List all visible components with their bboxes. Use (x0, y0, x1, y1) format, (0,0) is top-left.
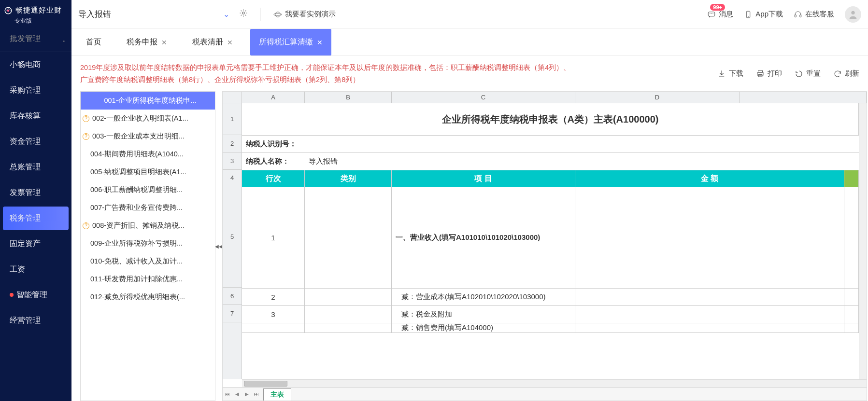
sidebar-item-8[interactable]: 固定资产 (0, 231, 71, 257)
header-cell-amount[interactable]: 金 额 (575, 170, 844, 187)
collapse-handle[interactable]: ◀◀ (215, 91, 222, 401)
form-item-010[interactable]: 010-免税、减计收入及加计... (81, 252, 215, 270)
horizontal-scrollbar[interactable] (242, 379, 867, 387)
sheet-tab-main[interactable]: 主表 (263, 388, 291, 401)
form-item-002[interactable]: ?002-一般企业收入明细表(A1... (81, 110, 215, 127)
sidebar-item-6[interactable]: 发票管理 (0, 180, 71, 206)
cell-b7[interactable] (305, 306, 392, 323)
cell-b6[interactable] (305, 289, 392, 305)
download-button[interactable]: 下载 (717, 69, 743, 78)
sidebar-item-10[interactable]: 智能管理 (0, 282, 71, 308)
sheet-corner[interactable] (223, 92, 242, 103)
cell-d5[interactable] (575, 187, 844, 288)
sidebar-item-3[interactable]: 库存核算 (0, 103, 71, 129)
header-cell-hx[interactable]: 行次 (242, 170, 305, 187)
form-item-004[interactable]: 004-期间费用明细表(A1040... (81, 145, 215, 163)
close-icon[interactable]: ✕ (317, 39, 323, 46)
reset-button[interactable]: 重置 (795, 69, 821, 78)
form-item-012[interactable]: 012-减免所得税优惠明细表(... (81, 288, 215, 306)
cell-a3[interactable]: 纳税人名称： (242, 153, 305, 170)
spreadsheet: A B C D 1 2 3 4 5 6 7 (222, 91, 867, 401)
form-item-001[interactable]: 001-企业所得税年度纳税申... (81, 92, 215, 110)
sheet-nav-next[interactable]: ▶ (242, 391, 252, 397)
sidebar-item-1[interactable]: 小畅电商 (0, 52, 71, 78)
col-header-c[interactable]: C (392, 92, 575, 103)
header-cell-category[interactable]: 类别 (305, 170, 392, 187)
row-header-1[interactable]: 1 (223, 103, 242, 135)
col-header-a[interactable]: A (242, 92, 305, 103)
cell-b5[interactable] (305, 187, 392, 288)
cell-a5[interactable]: 1 (242, 187, 305, 288)
form-item-009[interactable]: 009-企业所得税弥补亏损明... (81, 235, 215, 252)
brand: 畅捷通好业财 (0, 0, 71, 17)
tab-tax-declare[interactable]: 税务申报✕ (119, 32, 175, 52)
chevron-down-icon[interactable]: ⌄ (223, 10, 229, 19)
row-header-4[interactable]: 4 (223, 170, 242, 186)
customer-service-button[interactable]: 在线客服 (794, 10, 834, 19)
avatar[interactable] (845, 6, 861, 23)
vertical-scrollbar[interactable] (859, 103, 867, 379)
cell-e7[interactable] (844, 306, 859, 323)
workspace-name[interactable]: 导入报错 (78, 9, 213, 20)
form-item-005[interactable]: 005-纳税调整项目明细表(A1... (81, 163, 215, 181)
cell-c7[interactable]: 减：税金及附加 (392, 306, 575, 323)
cell-b3[interactable]: 导入报错 (305, 153, 859, 170)
demo-link[interactable]: 我要看实例演示 (273, 10, 336, 19)
cell-a7[interactable]: 3 (242, 306, 305, 323)
header-cell-project[interactable]: 项 目 (392, 170, 575, 187)
message-button[interactable]: 99+ 消息 (707, 10, 733, 19)
sheet-nav-last[interactable]: ⏭ (252, 391, 261, 397)
svg-point-1 (7, 9, 10, 12)
svg-point-7 (748, 16, 749, 17)
form-item-003[interactable]: ?003-一般企业成本支出明细... (81, 127, 215, 145)
sheet-nav-prev[interactable]: ◀ (232, 391, 242, 397)
cell-c5[interactable]: 一、营业收入(填写A101010\101020\103000) (392, 187, 575, 288)
tab-tax-book[interactable]: 税表清册✕ (185, 32, 241, 52)
cell-c6[interactable]: 减：营业成本(填写A102010\102020\103000) (392, 289, 575, 305)
cell-e8[interactable] (844, 323, 859, 332)
sheet-nav-first[interactable]: ⏮ (223, 391, 232, 397)
form-item-006[interactable]: 006-职工薪酬纳税调整明细... (81, 181, 215, 199)
cell-a8[interactable] (242, 323, 305, 332)
app-download-button[interactable]: App下载 (744, 10, 783, 19)
sheet-title[interactable]: 企业所得税年度纳税申报表（A类）主表(A100000) (242, 103, 859, 135)
sidebar-item-11[interactable]: 经营管理 (0, 308, 71, 333)
sidebar-item-5[interactable]: 总账管理 (0, 154, 71, 180)
hot-dot-icon (10, 293, 14, 297)
gear-icon[interactable] (239, 9, 248, 20)
print-button[interactable]: 打印 (756, 69, 782, 78)
sidebar-item-7[interactable]: 税务管理 (3, 207, 69, 230)
cell-d6[interactable] (575, 289, 844, 305)
row-header-3[interactable]: 3 (223, 152, 242, 170)
form-item-011[interactable]: 011-研发费用加计扣除优惠... (81, 270, 215, 288)
cell-d8[interactable] (575, 323, 844, 332)
close-icon[interactable]: ✕ (227, 39, 233, 46)
cell-b2[interactable] (305, 136, 859, 152)
sidebar-item-2[interactable]: 采购管理 (0, 78, 71, 103)
cell-c8[interactable]: 减：销售费用(填写A104000) (392, 323, 575, 332)
sidebar-item-0[interactable]: 批发管理 (0, 30, 71, 52)
col-header-d[interactable]: D (575, 92, 740, 103)
row-header-5[interactable]: 5 (223, 186, 242, 288)
row-header-7[interactable]: 7 (223, 305, 242, 322)
close-icon[interactable]: ✕ (161, 39, 167, 46)
tab-income-tax-settle[interactable]: 所得税汇算清缴✕ (250, 29, 331, 55)
planet-icon (273, 10, 282, 19)
refresh-button[interactable]: 刷新 (833, 69, 859, 78)
cell-a2[interactable]: 纳税人识别号： (242, 136, 305, 152)
cell-e5[interactable] (844, 187, 859, 288)
cell-b8[interactable] (305, 323, 392, 332)
row-header-2[interactable]: 2 (223, 135, 242, 152)
row-header-6[interactable]: 6 (223, 288, 242, 305)
cell-d7[interactable] (575, 306, 844, 323)
tab-home[interactable]: 首页 (78, 32, 109, 52)
cell-a6[interactable]: 2 (242, 289, 305, 305)
form-item-007[interactable]: 007-广告费和业务宣传费跨... (81, 199, 215, 217)
form-item-008[interactable]: ?008-资产折旧、摊销及纳税... (81, 217, 215, 235)
col-header-b[interactable]: B (305, 92, 392, 103)
header-cell-edge[interactable] (844, 170, 859, 187)
cell-e6[interactable] (844, 289, 859, 305)
row-header-8[interactable] (223, 322, 242, 332)
sidebar-item-9[interactable]: 工资 (0, 257, 71, 282)
sidebar-item-4[interactable]: 资金管理 (0, 129, 71, 154)
